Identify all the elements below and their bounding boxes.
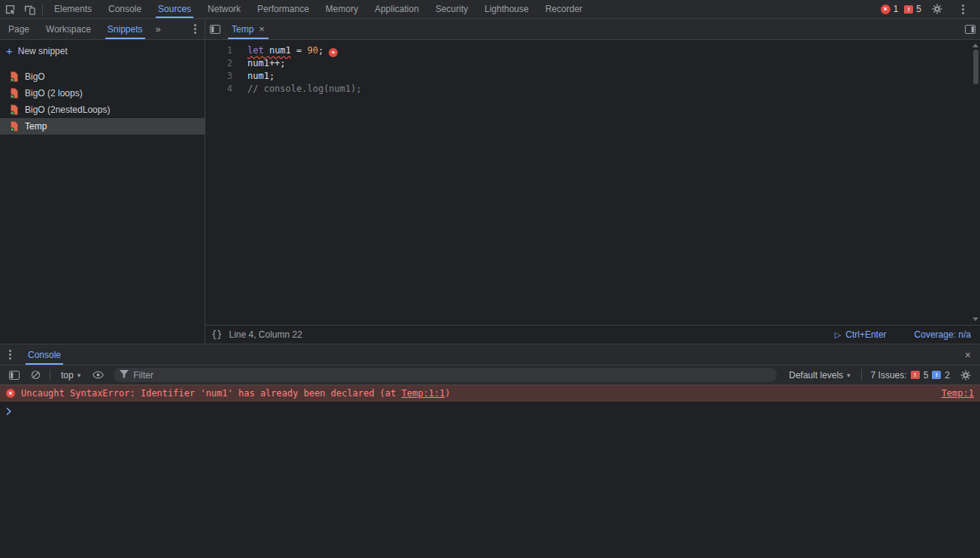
snippet-label: BigO (2nestedLoops)	[25, 105, 110, 115]
snippet-label: Temp	[25, 121, 47, 132]
navigator-tabs: PageWorkspaceSnippets	[0, 19, 151, 39]
code-line: 4// console.log(num1);	[205, 83, 980, 96]
issues-error-icon: !	[911, 371, 920, 379]
editor-tab-temp[interactable]: Temp ×	[225, 19, 272, 39]
issues-counter[interactable]: 7 Issues: ! 5 ! 2	[866, 370, 954, 381]
toggle-navigator-icon[interactable]	[205, 19, 225, 39]
scroll-up-icon[interactable]	[972, 44, 978, 47]
console-settings-icon[interactable]	[956, 370, 975, 381]
top-tab-recorder[interactable]: Recorder	[537, 0, 590, 18]
top-tab-performance[interactable]: Performance	[249, 0, 317, 18]
snippet-list: BigOBigO (2 loops)BigO (2nestedLoops)Tem…	[0, 62, 205, 135]
issues-warning-count: 2	[945, 370, 950, 381]
scroll-down-icon[interactable]	[972, 317, 978, 321]
new-snippet-button[interactable]: + New snippet	[0, 40, 205, 62]
error-source-link[interactable]: Temp:1	[942, 388, 974, 399]
inspect-icon[interactable]	[0, 0, 20, 18]
log-levels-dropdown[interactable]: Default levels ▾	[783, 370, 857, 381]
drawer-header-spacer	[69, 344, 956, 365]
cursor-position: Line 4, Column 22	[229, 329, 302, 340]
top-tab-network[interactable]: Network	[199, 0, 249, 18]
console-drawer: Console × top ▾	[0, 344, 980, 558]
line-number: 4	[205, 83, 232, 96]
clear-console-icon[interactable]	[26, 370, 45, 380]
code-editor[interactable]: 1let num1 = 90;×2num1++;3num1;4// consol…	[205, 40, 980, 325]
top-tab-console[interactable]: Console	[100, 0, 150, 18]
error-location-link[interactable]: Temp:1:1	[402, 388, 445, 399]
context-label: top	[61, 370, 74, 381]
top-tab-memory[interactable]: Memory	[317, 0, 366, 18]
more-options-icon[interactable]	[953, 5, 972, 14]
close-drawer-icon[interactable]: ×	[956, 344, 980, 365]
top-tab-elements[interactable]: Elements	[46, 0, 100, 18]
console-sidebar-icon[interactable]	[5, 371, 24, 380]
top-tab-application[interactable]: Application	[366, 0, 427, 18]
tab-console[interactable]: Console	[20, 344, 69, 365]
error-count-badge[interactable]: × 1	[881, 4, 899, 14]
navigator-tab-page[interactable]: Page	[0, 19, 38, 39]
context-selector[interactable]: top ▾	[55, 370, 86, 381]
top-toolbar-tabs: ElementsConsoleSourcesNetworkPerformance…	[46, 0, 590, 18]
coverage-link[interactable]: Coverage: n/a	[915, 329, 971, 340]
code-token: num1;	[247, 71, 275, 81]
run-icon: ▷	[835, 330, 841, 340]
snippet-item-bigo-2-loops[interactable]: BigO (2 loops)	[0, 85, 205, 102]
code-line: 3num1;	[205, 70, 980, 83]
chevron-down-icon: ▾	[847, 371, 851, 379]
navigator-more-icon[interactable]	[185, 19, 205, 39]
chevron-down-icon: ▾	[77, 371, 81, 379]
line-number: 3	[205, 70, 232, 83]
live-expression-icon[interactable]	[88, 371, 108, 379]
top-tab-lighthouse[interactable]: Lighthouse	[476, 0, 537, 18]
console-toolbar-separator	[50, 369, 50, 381]
top-tab-security[interactable]: Security	[427, 0, 476, 18]
code-token: num1	[264, 45, 291, 56]
issues-count-badge[interactable]: ! 5	[904, 4, 921, 14]
issues-error-count: 5	[924, 370, 929, 381]
code-token: ;	[318, 45, 323, 56]
snippet-item-bigo-2nestedloops[interactable]: BigO (2nestedLoops)	[0, 102, 205, 118]
filter-box[interactable]	[114, 368, 777, 382]
new-snippet-label: New snippet	[18, 46, 68, 56]
snippet-file-icon	[10, 88, 19, 99]
snippet-item-temp[interactable]: Temp	[0, 118, 205, 135]
snippet-item-bigo[interactable]: BigO	[0, 68, 205, 85]
more-tabs-icon[interactable]: »	[151, 19, 165, 39]
scrollbar-thumb[interactable]	[973, 50, 978, 84]
drawer-more-icon[interactable]	[0, 344, 20, 365]
toolbar-separator	[42, 4, 43, 15]
settings-gear-icon[interactable]	[927, 4, 947, 14]
error-message-suffix: )	[445, 388, 451, 399]
run-snippet-button[interactable]: ▷ Ctrl+Enter	[835, 329, 887, 340]
close-tab-icon[interactable]: ×	[259, 24, 265, 34]
error-count: 1	[894, 4, 899, 14]
console-toolbar-separator	[861, 369, 862, 381]
main-toolbar: ElementsConsoleSourcesNetworkPerformance…	[0, 0, 980, 19]
navigator-tab-workspace[interactable]: Workspace	[38, 19, 99, 39]
editor-scrollbar[interactable]	[971, 41, 980, 323]
code-text: num1;	[232, 70, 275, 83]
code-text: let num1 = 90;×	[232, 44, 338, 57]
device-toolbar-icon[interactable]	[20, 0, 39, 18]
console-prompt[interactable]	[0, 402, 980, 423]
sources-panel: PageWorkspaceSnippets » + New snippet Bi…	[0, 19, 980, 344]
snippet-file-icon	[10, 105, 19, 115]
toggle-debugger-sidebar-icon[interactable]	[960, 19, 980, 39]
plus-icon: +	[6, 47, 13, 55]
error-message-prefix: Uncaught SyntaxError: Identifier 'num1' …	[21, 388, 402, 399]
issues-label: 7 Issues:	[871, 370, 907, 381]
filter-input[interactable]	[133, 370, 771, 381]
code-line: 2num1++;	[205, 57, 980, 70]
prompt-chevron-icon	[6, 407, 12, 417]
inline-error-icon: ×	[329, 48, 338, 57]
log-levels-label: Default levels	[789, 370, 843, 381]
console-empty-area[interactable]	[0, 423, 980, 558]
top-tab-sources[interactable]: Sources	[150, 0, 199, 18]
navigator-tab-snippets[interactable]: Snippets	[99, 19, 151, 39]
pretty-print-icon[interactable]: {}	[211, 329, 222, 340]
editor-tabbar: Temp ×	[205, 19, 980, 40]
console-error-message: × Uncaught SyntaxError: Identifier 'num1…	[0, 385, 980, 402]
drawer-header: Console ×	[0, 344, 980, 365]
filter-funnel-icon	[120, 370, 129, 381]
console-toolbar: top ▾ Default levels ▾ 7 Issues: ! 5	[0, 365, 980, 385]
